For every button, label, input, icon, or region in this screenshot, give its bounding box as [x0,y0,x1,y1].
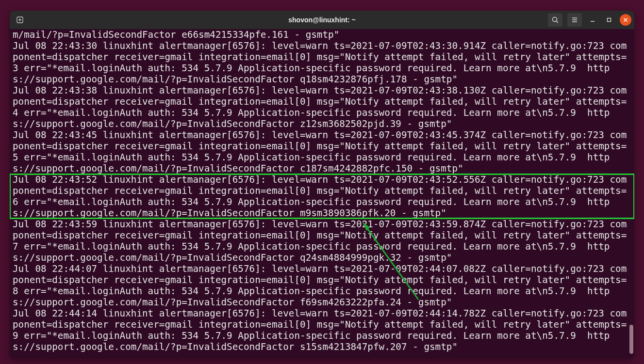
terminal-output: m/mail/?p=InvalidSecondFactor e66sm42153… [13,29,631,352]
close-icon [623,17,628,22]
log-line: Jul 08 22:43:30 linuxhint alertmanager[6… [13,40,631,85]
scrollbar[interactable] [628,29,633,359]
hamburger-menu-button[interactable] [567,13,582,27]
search-button[interactable] [548,13,562,27]
titlebar: shovon@linuxhint: ~ [10,11,634,29]
scrollbar-thumb[interactable] [629,325,633,354]
new-tab-button[interactable] [13,13,27,27]
close-button[interactable] [620,14,631,26]
log-line: Jul 08 22:43:38 linuxhint alertmanager[6… [13,85,631,129]
svg-point-3 [553,17,557,22]
log-line: Jul 08 22:44:14 linuxhint alertmanager[6… [13,308,631,352]
log-line-partial: m/mail/?p=InvalidSecondFactor e66sm42153… [13,29,631,40]
minimize-button[interactable] [587,14,598,26]
window-controls [548,13,631,27]
log-line: Jul 08 22:43:45 linuxhint alertmanager[6… [13,129,631,174]
maximize-button[interactable] [603,14,615,26]
log-line: Jul 08 22:44:07 linuxhint alertmanager[6… [13,263,631,308]
log-line-highlighted: Jul 08 22:43:52 linuxhint alertmanager[6… [10,174,634,219]
new-tab-icon [16,16,24,24]
hamburger-icon [571,16,578,24]
svg-line-4 [557,21,559,23]
search-icon [551,16,559,24]
maximize-icon [606,17,612,23]
svg-rect-9 [608,18,611,22]
terminal-window: shovon@linuxhint: ~ [10,11,634,359]
window-title: shovon@linuxhint: ~ [10,16,634,24]
log-line: Jul 08 22:43:59 linuxhint alertmanager[6… [13,219,631,263]
terminal-body[interactable]: m/mail/?p=InvalidSecondFactor e66sm42153… [10,29,634,359]
minimize-icon [590,17,595,23]
